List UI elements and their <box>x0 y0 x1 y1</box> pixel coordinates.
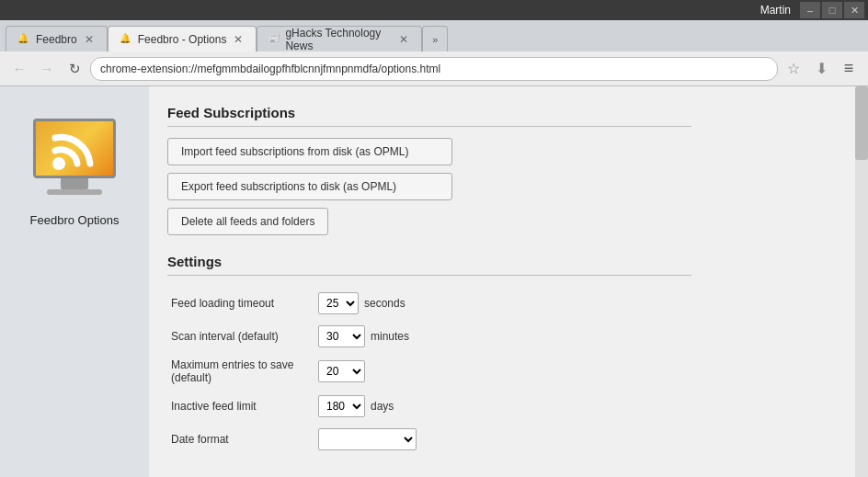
svg-point-0 <box>52 157 65 170</box>
tab-favicon-2: 🔔 <box>120 33 132 46</box>
address-bar: ← → ↻ ☆ ⬇ ≡ <box>0 51 868 86</box>
main-layout: Feedbro Options Feed Subscriptions Impor… <box>0 86 868 477</box>
setting-control-scan-inner: 30 60 120 minutes <box>318 325 688 347</box>
content-inner: Feed Subscriptions Import feed subscript… <box>149 86 719 474</box>
tab-close-1[interactable]: ✕ <box>83 33 96 46</box>
rss-svg-icon <box>50 123 100 174</box>
timeout-unit: seconds <box>364 297 405 310</box>
timeout-select[interactable]: 25 30 60 <box>318 292 359 314</box>
setting-row-entries: Maximum entries to save (default) 20 50 … <box>167 353 691 390</box>
sidebar: Feedbro Options <box>0 86 149 477</box>
setting-control-date-inner: MM/DD/YYYY DD/MM/YYYY <box>318 428 688 450</box>
address-input[interactable] <box>90 57 778 81</box>
scrollbar-thumb[interactable] <box>855 86 868 160</box>
tab-close-2[interactable]: ✕ <box>232 33 245 46</box>
setting-row-scan: Scan interval (default) 30 60 120 minute… <box>167 320 691 353</box>
feed-subscriptions-title: Feed Subscriptions <box>167 105 691 127</box>
setting-control-scan: 30 60 120 minutes <box>314 320 691 353</box>
setting-control-entries: 20 50 100 <box>314 353 691 390</box>
settings-table: Feed loading timeout 25 30 60 seconds <box>167 287 691 456</box>
date-select[interactable]: MM/DD/YYYY DD/MM/YYYY <box>318 428 417 450</box>
inactive-unit: days <box>371 400 394 413</box>
setting-label-inactive: Inactive feed limit <box>167 390 314 423</box>
setting-row-inactive: Inactive feed limit 180 90 365 days <box>167 390 691 423</box>
entries-select[interactable]: 20 50 100 <box>318 360 365 382</box>
setting-label-timeout: Feed loading timeout <box>167 287 314 320</box>
setting-control-timeout: 25 30 60 seconds <box>314 287 691 320</box>
export-opml-button[interactable]: Export feed subscriptions to disk (as OP… <box>167 173 452 200</box>
rss-monitor-icon <box>24 119 125 206</box>
sidebar-icon-container <box>19 105 130 206</box>
setting-control-entries-inner: 20 50 100 <box>318 360 688 382</box>
tab-favicon-3: 📰 <box>268 33 280 46</box>
tab-overflow-button[interactable]: » <box>422 26 448 51</box>
tab-label-2: Feedbro - Options <box>138 33 227 46</box>
scan-unit: minutes <box>371 330 409 343</box>
monitor-base <box>47 189 102 195</box>
scan-select[interactable]: 30 60 120 <box>318 325 365 347</box>
back-button[interactable]: ← <box>7 57 31 81</box>
tab-ghacks[interactable]: 📰 gHacks Technology News ✕ <box>257 26 422 51</box>
tab-close-3[interactable]: ✕ <box>397 33 410 46</box>
download-button[interactable]: ⬇ <box>809 57 833 81</box>
close-button[interactable]: ✕ <box>844 2 864 18</box>
maximize-button[interactable]: □ <box>822 2 842 18</box>
setting-label-date: Date format <box>167 423 314 456</box>
monitor-stand <box>61 178 88 189</box>
user-name: Martin <box>760 4 791 17</box>
setting-control-inactive-inner: 180 90 365 days <box>318 395 688 417</box>
tab-label-1: Feedbro <box>36 33 77 46</box>
forward-button[interactable]: → <box>35 57 59 81</box>
setting-row-timeout: Feed loading timeout 25 30 60 seconds <box>167 287 691 320</box>
setting-label-entries: Maximum entries to save (default) <box>167 353 314 390</box>
inactive-select[interactable]: 180 90 365 <box>318 395 365 417</box>
content-area: Feed Subscriptions Import feed subscript… <box>149 86 868 477</box>
setting-control-date: MM/DD/YYYY DD/MM/YYYY <box>314 423 691 456</box>
chrome-menu-button[interactable]: ≡ <box>837 57 861 81</box>
tab-bar: 🔔 Feedbro ✕ 🔔 Feedbro - Options ✕ 📰 gHac… <box>0 20 868 51</box>
tab-favicon-1: 🔔 <box>17 33 30 46</box>
minimize-button[interactable]: – <box>800 2 820 18</box>
setting-label-scan: Scan interval (default) <box>167 320 314 353</box>
tab-label-3: gHacks Technology News <box>285 27 392 52</box>
tab-feedbro[interactable]: 🔔 Feedbro ✕ <box>6 26 108 51</box>
sidebar-label: Feedbro Options <box>30 213 120 227</box>
reload-button[interactable]: ↻ <box>63 57 86 81</box>
setting-row-date: Date format MM/DD/YYYY DD/MM/YYYY <box>167 423 691 456</box>
bookmark-star-button[interactable]: ☆ <box>782 57 805 81</box>
setting-control-timeout-inner: 25 30 60 seconds <box>318 292 688 314</box>
setting-control-inactive: 180 90 365 days <box>314 390 691 423</box>
title-bar: Martin – □ ✕ <box>0 0 868 20</box>
import-opml-button[interactable]: Import feed subscriptions from disk (as … <box>167 138 452 165</box>
monitor-screen <box>33 119 116 178</box>
settings-section: Settings Feed loading timeout 25 30 <box>167 254 691 456</box>
scrollbar[interactable] <box>855 86 868 477</box>
settings-title: Settings <box>167 254 691 276</box>
delete-feeds-button[interactable]: Delete all feeds and folders <box>167 208 328 235</box>
tab-feedbro-options[interactable]: 🔔 Feedbro - Options ✕ <box>108 26 257 51</box>
